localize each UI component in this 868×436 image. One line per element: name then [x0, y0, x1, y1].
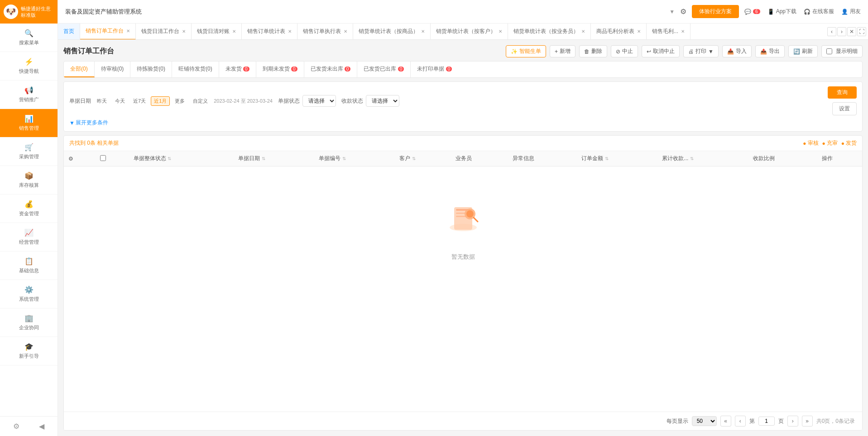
- col-operations[interactable]: 操作: [817, 151, 862, 166]
- unreviewed-btn[interactable]: ● 充审: [822, 139, 838, 147]
- col-payment-ratio[interactable]: 收款比例: [748, 151, 818, 166]
- delete-btn[interactable]: 🗑 删除: [579, 45, 607, 57]
- topbar-settings-icon[interactable]: ⚙: [680, 7, 686, 16]
- col-checkbox[interactable]: [96, 151, 129, 166]
- query-btn[interactable]: 查询: [828, 86, 857, 99]
- tab-sales-order[interactable]: 销售订单工作台 ✕: [80, 24, 136, 40]
- tab-close-gross-profit[interactable]: ✕: [637, 29, 641, 34]
- tab-close-cash-reconcile[interactable]: ✕: [232, 29, 236, 34]
- col-exception[interactable]: 异常信息: [508, 151, 577, 166]
- filter-tab-all[interactable]: 全部(0): [64, 62, 95, 77]
- tab-close-sales-more[interactable]: ✕: [681, 29, 685, 34]
- show-detail-checkbox-label[interactable]: 显示明细: [821, 45, 863, 57]
- message-btn[interactable]: 💬 6: [744, 9, 760, 15]
- sidebar-item-enterprise[interactable]: 🏢 企业协同: [0, 308, 58, 337]
- filter-tab-not-shipped[interactable]: 未发货 0: [219, 62, 256, 77]
- import-btn[interactable]: 📥 导入: [722, 45, 752, 57]
- tab-close-summary-staff[interactable]: ✕: [581, 29, 585, 34]
- tab-maximize[interactable]: ⛶: [857, 27, 866, 36]
- expand-btn[interactable]: ▼ 展开更多条件: [69, 119, 857, 127]
- table-scroll[interactable]: ⚙ 单据整体状态 单据日期 单据编号: [64, 151, 862, 412]
- col-amount[interactable]: 订单金额: [577, 151, 657, 166]
- filter-tab-shipped-out[interactable]: 已发货已出库 0: [357, 62, 411, 77]
- sidebar-item-system[interactable]: ⚙️ 系统管理: [0, 280, 58, 308]
- col-received[interactable]: 累计收款...: [657, 151, 748, 166]
- user-btn[interactable]: 👤 用友: [841, 8, 861, 15]
- filter-tab-not-printed[interactable]: 未打印单据 0: [411, 62, 458, 77]
- last-page-btn[interactable]: »: [802, 416, 813, 427]
- cancel-stop-btn[interactable]: ↩ 取消中止: [642, 45, 680, 57]
- filter-tab-pending-check[interactable]: 待拣验货(0): [130, 62, 172, 77]
- tab-close-summary-customer[interactable]: ✕: [499, 29, 502, 34]
- select-all-checkbox[interactable]: [100, 155, 106, 161]
- system-dropdown-icon[interactable]: ▼: [669, 9, 675, 15]
- date-btn-more[interactable]: 更多: [172, 96, 188, 106]
- show-detail-checkbox[interactable]: [826, 48, 832, 54]
- collapse-icon[interactable]: ◀: [39, 422, 44, 431]
- refresh-btn[interactable]: 🔄 刷新: [788, 45, 818, 57]
- sidebar-item-search[interactable]: 🔍 搜索菜单: [0, 24, 58, 52]
- online-service-btn[interactable]: 🎧 在线客服: [804, 8, 834, 15]
- ship-btn[interactable]: ● 发货: [841, 139, 857, 147]
- date-btn-today[interactable]: 今天: [112, 96, 128, 106]
- review-btn[interactable]: ● 审核: [803, 139, 818, 147]
- tab-cash-reconcile[interactable]: 钱货日清对账 ✕: [192, 24, 242, 40]
- export-btn[interactable]: 📤 导出: [755, 45, 785, 57]
- tab-summary-customer[interactable]: 销货单统计表（按客户） ✕: [431, 24, 508, 40]
- filter-tab-shipped-not-out[interactable]: 已发货未出库 0: [304, 62, 358, 77]
- tab-sales-stats[interactable]: 销售订单统计表 ✕: [242, 24, 297, 40]
- ai-generate-btn[interactable]: ✨ 智能生单: [506, 45, 546, 57]
- per-page-select[interactable]: 50 10 20 100: [692, 416, 717, 426]
- next-page-btn[interactable]: ›: [787, 416, 798, 427]
- filter-tab-overdue-not-shipped[interactable]: 到期未发货 0: [256, 62, 304, 77]
- filter-tab-wangpu[interactable]: 旺铺待发货(0): [172, 62, 219, 77]
- tab-close-sales-stats[interactable]: ✕: [288, 29, 292, 34]
- page-input[interactable]: [758, 417, 775, 426]
- industry-btn[interactable]: 体验行业方案: [692, 5, 739, 18]
- stop-btn[interactable]: ⊘ 中止: [611, 45, 638, 57]
- tab-summary-staff[interactable]: 销货单统计表（按业务员） ✕: [508, 24, 591, 40]
- sidebar-item-purchase[interactable]: 🛒 采购管理: [0, 137, 58, 166]
- settings-bottom-icon[interactable]: ⚙: [13, 422, 19, 431]
- sidebar-item-sales[interactable]: 📊 销售管理: [0, 109, 58, 137]
- app-download-btn[interactable]: 📱 App下载: [767, 8, 796, 15]
- print-btn[interactable]: 🖨 打印 ▼: [683, 45, 719, 57]
- sidebar-item-quick-nav[interactable]: ⚡ 快捷导航: [0, 52, 58, 81]
- tab-close-all[interactable]: ✕: [847, 27, 856, 36]
- tab-close-sales-exec[interactable]: ✕: [344, 29, 347, 34]
- tab-close-cash-daily[interactable]: ✕: [182, 29, 186, 34]
- col-salesperson[interactable]: 业务员: [451, 151, 508, 166]
- date-btn-7days[interactable]: 近7天: [130, 96, 149, 106]
- prev-page-btn[interactable]: ‹: [735, 416, 746, 427]
- sidebar-item-inventory[interactable]: 📦 库存核算: [0, 166, 58, 194]
- sidebar-item-guide[interactable]: 🎓 新手引导: [0, 337, 58, 365]
- filter-tab-pending-review[interactable]: 待审核(0): [95, 62, 131, 77]
- date-btn-custom[interactable]: 自定义: [190, 96, 211, 106]
- col-settings[interactable]: ⚙: [64, 151, 96, 166]
- col-date[interactable]: 单据日期: [234, 151, 314, 166]
- tab-summary-goods[interactable]: 销货单统计表（按商品） ✕: [353, 24, 431, 40]
- set-btn[interactable]: 设置: [832, 102, 857, 115]
- tab-sales-exec[interactable]: 销售订单执行表 ✕: [297, 24, 353, 40]
- col-status[interactable]: 单据整体状态: [129, 151, 234, 166]
- tab-home[interactable]: 首页: [58, 24, 80, 40]
- col-customer[interactable]: 客户: [395, 151, 451, 166]
- sidebar-item-marketing[interactable]: 📢 营销推广: [0, 81, 58, 109]
- tab-sales-more[interactable]: 销售毛利... ✕: [647, 24, 691, 40]
- tab-gross-profit[interactable]: 商品毛利分析表 ✕: [591, 24, 647, 40]
- payment-select[interactable]: 请选择: [366, 95, 399, 107]
- tab-cash-daily[interactable]: 钱货日清工作台 ✕: [136, 24, 192, 40]
- sidebar-item-operations[interactable]: 📈 经营管理: [0, 223, 58, 251]
- tab-scroll-left[interactable]: ‹: [827, 27, 836, 36]
- date-btn-month[interactable]: 近1月: [151, 96, 170, 106]
- col-number[interactable]: 单据编号: [314, 151, 395, 166]
- tab-scroll-right[interactable]: ›: [837, 27, 846, 36]
- tab-close-summary-goods[interactable]: ✕: [421, 29, 425, 34]
- tab-close-sales-order[interactable]: ✕: [126, 28, 130, 33]
- add-btn[interactable]: + 新增: [550, 45, 575, 57]
- first-page-btn[interactable]: «: [720, 416, 731, 427]
- status-select[interactable]: 请选择: [302, 95, 336, 107]
- sidebar-item-basic-info[interactable]: 📋 基础信息: [0, 251, 58, 280]
- sidebar-item-finance[interactable]: 💰 资金管理: [0, 194, 58, 223]
- date-btn-yesterday[interactable]: 昨天: [94, 96, 110, 106]
